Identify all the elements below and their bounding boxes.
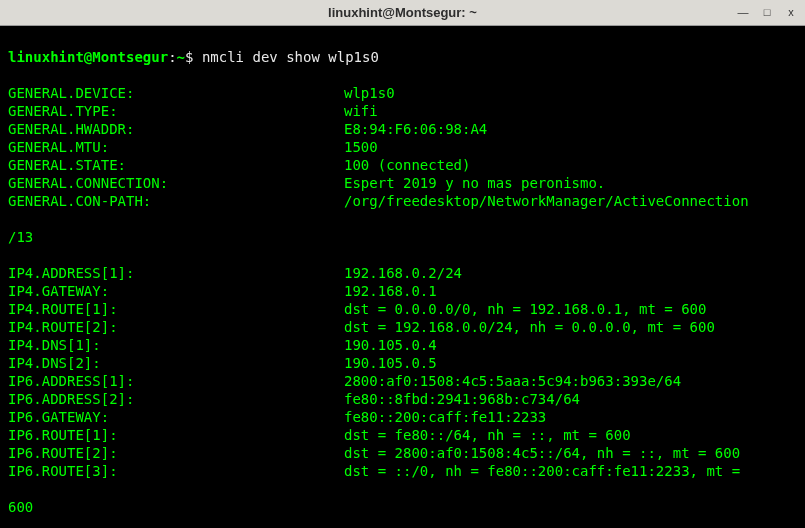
prompt-cwd: ~ bbox=[177, 49, 185, 65]
output-key: GENERAL.TYPE: bbox=[8, 102, 344, 120]
output-key: GENERAL.CON-PATH: bbox=[8, 192, 344, 210]
output-row: GENERAL.CON-PATH:/org/freedesktop/Networ… bbox=[8, 192, 797, 210]
output-key: IP6.ADDRESS[2]: bbox=[8, 390, 344, 408]
output-key: IP6.ADDRESS[1]: bbox=[8, 372, 344, 390]
output-row: IP4.ROUTE[1]:dst = 0.0.0.0/0, nh = 192.1… bbox=[8, 300, 797, 318]
output-value: wifi bbox=[344, 103, 378, 119]
output-row: GENERAL.MTU:1500 bbox=[8, 138, 797, 156]
window-controls: — □ x bbox=[733, 2, 801, 22]
prompt-user-host: linuxhint@Montsegur bbox=[8, 49, 168, 65]
terminal[interactable]: linuxhint@Montsegur:~$ nmcli dev show wl… bbox=[0, 26, 805, 528]
minimize-button[interactable]: — bbox=[733, 2, 753, 22]
output-row: IP6.ROUTE[3]:dst = ::/0, nh = fe80::200:… bbox=[8, 462, 797, 480]
output-value: 190.105.0.4 bbox=[344, 337, 437, 353]
output-value: Espert 2019 y no mas peronismo. bbox=[344, 175, 605, 191]
maximize-button[interactable]: □ bbox=[757, 2, 777, 22]
output-value: dst = 2800:af0:1508:4c5::/64, nh = ::, m… bbox=[344, 445, 740, 461]
output-row: IP4.ROUTE[2]:dst = 192.168.0.0/24, nh = … bbox=[8, 318, 797, 336]
output-value: wlp1s0 bbox=[344, 85, 395, 101]
output-key: IP4.ADDRESS[1]: bbox=[8, 264, 344, 282]
output-key: IP4.GATEWAY: bbox=[8, 282, 344, 300]
output-row: IP6.ROUTE[2]:dst = 2800:af0:1508:4c5::/6… bbox=[8, 444, 797, 462]
output-value: 192.168.0.1 bbox=[344, 283, 437, 299]
output-value: E8:94:F6:06:98:A4 bbox=[344, 121, 487, 137]
close-button[interactable]: x bbox=[781, 2, 801, 22]
output-value: 1500 bbox=[344, 139, 378, 155]
prompt-sep: : bbox=[168, 49, 176, 65]
output-value: 190.105.0.5 bbox=[344, 355, 437, 371]
window-title: linuxhint@Montsegur: ~ bbox=[328, 5, 477, 20]
output-row: GENERAL.HWADDR:E8:94:F6:06:98:A4 bbox=[8, 120, 797, 138]
output-key: GENERAL.MTU: bbox=[8, 138, 344, 156]
output-value: dst = fe80::/64, nh = ::, mt = 600 bbox=[344, 427, 631, 443]
output-row: IP6.ROUTE[1]:dst = fe80::/64, nh = ::, m… bbox=[8, 426, 797, 444]
output-key: GENERAL.HWADDR: bbox=[8, 120, 344, 138]
output-key: IP6.GATEWAY: bbox=[8, 408, 344, 426]
prompt-line: linuxhint@Montsegur:~$ nmcli dev show wl… bbox=[8, 48, 797, 66]
output-value: 2800:af0:1508:4c5:5aaa:5c94:b963:393e/64 bbox=[344, 373, 681, 389]
output-row: IP4.DNS[2]:190.105.0.5 bbox=[8, 354, 797, 372]
output-value: fe80::8fbd:2941:968b:c734/64 bbox=[344, 391, 580, 407]
output-value: dst = ::/0, nh = fe80::200:caff:fe11:223… bbox=[344, 463, 749, 479]
wrap-line: /13 bbox=[8, 228, 797, 246]
output-key: IP4.DNS[2]: bbox=[8, 354, 344, 372]
output-value: fe80::200:caff:fe11:2233 bbox=[344, 409, 546, 425]
output-row: IP6.ADDRESS[2]:fe80::8fbd:2941:968b:c734… bbox=[8, 390, 797, 408]
output-value: dst = 192.168.0.0/24, nh = 0.0.0.0, mt =… bbox=[344, 319, 715, 335]
output-key: GENERAL.DEVICE: bbox=[8, 84, 344, 102]
output-key: IP4.DNS[1]: bbox=[8, 336, 344, 354]
output-value: dst = 0.0.0.0/0, nh = 192.168.0.1, mt = … bbox=[344, 301, 706, 317]
output-row: GENERAL.TYPE:wifi bbox=[8, 102, 797, 120]
output-row: IP6.GATEWAY:fe80::200:caff:fe11:2233 bbox=[8, 408, 797, 426]
output-row: GENERAL.STATE:100 (connected) bbox=[8, 156, 797, 174]
command-text: nmcli dev show wlp1s0 bbox=[202, 49, 379, 65]
output-key: IP4.ROUTE[1]: bbox=[8, 300, 344, 318]
output-value: /org/freedesktop/NetworkManager/ActiveCo… bbox=[344, 193, 749, 209]
output-key: GENERAL.STATE: bbox=[8, 156, 344, 174]
output-row: IP6.ADDRESS[1]:2800:af0:1508:4c5:5aaa:5c… bbox=[8, 372, 797, 390]
output-row: IP4.DNS[1]:190.105.0.4 bbox=[8, 336, 797, 354]
output-row: GENERAL.CONNECTION:Espert 2019 y no mas … bbox=[8, 174, 797, 192]
wrap-line: 600 bbox=[8, 498, 797, 516]
titlebar: linuxhint@Montsegur: ~ — □ x bbox=[0, 0, 805, 26]
output-key: IP6.ROUTE[3]: bbox=[8, 462, 344, 480]
output-value: 100 (connected) bbox=[344, 157, 470, 173]
output-key: IP4.ROUTE[2]: bbox=[8, 318, 344, 336]
output-key: GENERAL.CONNECTION: bbox=[8, 174, 344, 192]
output-key: IP6.ROUTE[2]: bbox=[8, 444, 344, 462]
output-value: 192.168.0.2/24 bbox=[344, 265, 462, 281]
output-key: IP6.ROUTE[1]: bbox=[8, 426, 344, 444]
output-row: IP4.ADDRESS[1]:192.168.0.2/24 bbox=[8, 264, 797, 282]
output-row: GENERAL.DEVICE:wlp1s0 bbox=[8, 84, 797, 102]
output-row: IP4.GATEWAY:192.168.0.1 bbox=[8, 282, 797, 300]
